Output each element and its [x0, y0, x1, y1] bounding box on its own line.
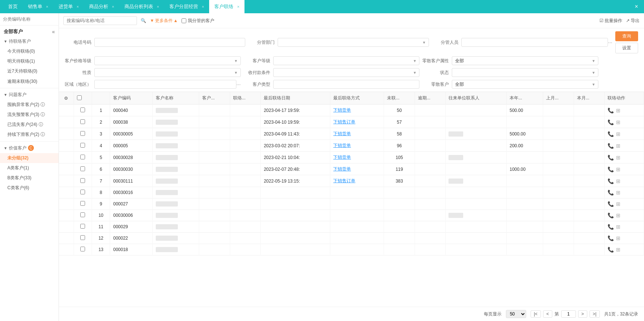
close-product-analysis[interactable]: ×	[112, 4, 114, 9]
customer-level-select[interactable]	[273, 56, 420, 65]
sidebar-item-overdue-pending[interactable]: 逾期未联络(30)	[0, 77, 59, 87]
contact-method-link[interactable]: 下销货单	[333, 166, 351, 172]
call-icon[interactable]: 📞	[608, 247, 614, 253]
close-sales-order[interactable]: ×	[46, 4, 48, 9]
nav-customer-segment[interactable]: 客户分层经营 ×	[164, 0, 209, 13]
grid-icon[interactable]: ⊞	[616, 131, 620, 137]
query-button[interactable]: 查询	[615, 31, 638, 41]
grid-icon[interactable]: ⊞	[616, 212, 620, 218]
close-purchase-order[interactable]: ×	[77, 4, 79, 9]
call-icon[interactable]: 📞	[608, 107, 614, 113]
nav-product-analysis[interactable]: 商品分析 ×	[84, 0, 119, 13]
call-icon[interactable]: 📞	[608, 201, 614, 207]
col-type[interactable]: 客户...	[199, 92, 230, 105]
my-customers-checkbox[interactable]	[182, 18, 186, 23]
row-checkbox-10[interactable]	[80, 224, 85, 229]
sidebar-item-churn-warning[interactable]: 流失预警客户(3) ⓘ	[0, 110, 59, 120]
call-icon[interactable]: 📞	[608, 178, 614, 184]
phone-input[interactable]	[94, 38, 245, 47]
scattered-customer-select[interactable]: 全部	[452, 80, 598, 89]
manager-input[interactable]	[461, 38, 608, 47]
sidebar-item-churned[interactable]: 已流失客户(24) ⓘ	[0, 120, 59, 130]
filter-more-conditions-btn[interactable]: ▼ 更多条件 ▲	[150, 18, 178, 24]
call-icon[interactable]: 📞	[608, 212, 614, 218]
row-checkbox-6[interactable]	[80, 178, 85, 183]
sidebar-item-class-c[interactable]: C类客户(6)	[0, 183, 59, 193]
row-checkbox-12[interactable]	[80, 247, 85, 251]
window-close-button[interactable]: ×	[632, 3, 641, 10]
scattered-attr-select[interactable]: 全部	[452, 56, 598, 65]
first-page-btn[interactable]: |<	[531, 310, 541, 318]
sidebar-item-tomorrow-pending[interactable]: 明天待联络(1)	[0, 56, 59, 66]
nav-home[interactable]: 首页	[3, 0, 23, 13]
contact-method-link[interactable]: 下销货单	[333, 131, 351, 136]
nav-purchase-order[interactable]: 进货单 ×	[53, 0, 84, 13]
nav-sales-order[interactable]: 销售单 ×	[23, 0, 53, 13]
region-dots-btn[interactable]: ···	[236, 81, 241, 87]
grid-icon[interactable]: ⊞	[616, 166, 620, 172]
col-contact[interactable]: 联络...	[230, 92, 261, 105]
close-customer-segment[interactable]: ×	[202, 4, 204, 9]
contact-method-link[interactable]: 下销货单	[333, 143, 351, 148]
price-level-select[interactable]	[94, 56, 241, 65]
grid-icon[interactable]: ⊞	[616, 235, 620, 241]
call-icon[interactable]: 📞	[608, 224, 614, 230]
contact-method-link[interactable]: 下销售订单	[333, 178, 355, 183]
per-page-select[interactable]: 50 20 100	[506, 310, 526, 318]
row-checkbox-4[interactable]	[80, 155, 85, 159]
row-checkbox-3[interactable]	[80, 143, 85, 148]
col-settings[interactable]: ⚙	[59, 92, 74, 105]
col-not-contact[interactable]: 未联...	[384, 92, 415, 105]
col-overdue[interactable]: 逾期...	[415, 92, 446, 105]
grid-icon[interactable]: ⊞	[616, 201, 620, 207]
filter-search-icon[interactable]: 🔍	[141, 18, 146, 23]
sidebar-item-today-pending[interactable]: 今天待联络(0)	[0, 46, 59, 56]
sidebar-search-input[interactable]	[3, 17, 58, 22]
sidebar-item-class-a[interactable]: A类客户(1)	[0, 163, 59, 173]
status-select[interactable]	[452, 68, 598, 77]
close-customer-contact[interactable]: ×	[237, 4, 239, 9]
all-customers-label[interactable]: 全部客户	[4, 28, 23, 35]
row-checkbox-1[interactable]	[80, 119, 85, 124]
col-unit-contact[interactable]: 往来单位联系人	[446, 92, 507, 105]
next-page-btn[interactable]: >	[578, 310, 587, 318]
export-btn[interactable]: ↗ 导出	[626, 18, 640, 24]
grid-icon[interactable]: ⊞	[616, 247, 620, 253]
call-icon[interactable]: 📞	[608, 119, 614, 125]
row-checkbox-7[interactable]	[80, 190, 85, 194]
contact-method-link[interactable]: 下销货单	[333, 107, 351, 113]
nav-customer-contact[interactable]: 客户联络 ×	[209, 0, 244, 13]
col-name[interactable]: 客户名称	[152, 92, 199, 105]
last-page-btn[interactable]: >|	[590, 310, 600, 318]
reset-button[interactable]: 设置	[615, 43, 638, 53]
call-icon[interactable]: 📞	[608, 143, 614, 149]
prev-page-btn[interactable]: <	[543, 310, 552, 318]
payment-select[interactable]	[273, 68, 420, 77]
col-this-year[interactable]: 本年...	[506, 92, 543, 105]
nature-select[interactable]	[94, 68, 241, 77]
close-product-analysis-list[interactable]: ×	[157, 4, 159, 9]
col-last-contact-method[interactable]: 最后联络方式	[330, 92, 384, 105]
call-icon[interactable]: 📞	[608, 190, 614, 195]
grid-icon[interactable]: ⊞	[616, 224, 620, 230]
grid-icon[interactable]: ⊞	[616, 107, 620, 113]
row-checkbox-0[interactable]	[80, 107, 85, 112]
row-checkbox-5[interactable]	[80, 166, 85, 171]
call-icon[interactable]: 📞	[608, 235, 614, 241]
sidebar-item-7days-pending[interactable]: 近7天待联络(0)	[0, 66, 59, 76]
customer-type-input[interactable]	[273, 80, 420, 89]
sidebar-item-declining[interactable]: 持续下滑客户(2) ⓘ	[0, 130, 59, 140]
nav-product-analysis-list[interactable]: 商品分析列表 ×	[119, 0, 164, 13]
grid-icon[interactable]: ⊞	[616, 190, 620, 195]
row-checkbox-9[interactable]	[80, 212, 85, 217]
col-code[interactable]: 客户编码	[110, 92, 152, 105]
sidebar-group-pending-contact[interactable]: ▼ 待联络客户	[0, 36, 59, 46]
row-checkbox-11[interactable]	[80, 235, 85, 240]
region-input[interactable]	[94, 80, 236, 89]
contact-method-link[interactable]: 下销货单	[333, 155, 351, 160]
select-all-checkbox[interactable]	[77, 95, 82, 100]
col-last-contact-date[interactable]: 最后联络日期	[261, 92, 330, 105]
batch-operation-btn[interactable]: ☑ 批量操作	[599, 18, 622, 24]
filter-search-input[interactable]	[63, 16, 137, 25]
col-this-month[interactable]: 本月...	[574, 92, 605, 105]
